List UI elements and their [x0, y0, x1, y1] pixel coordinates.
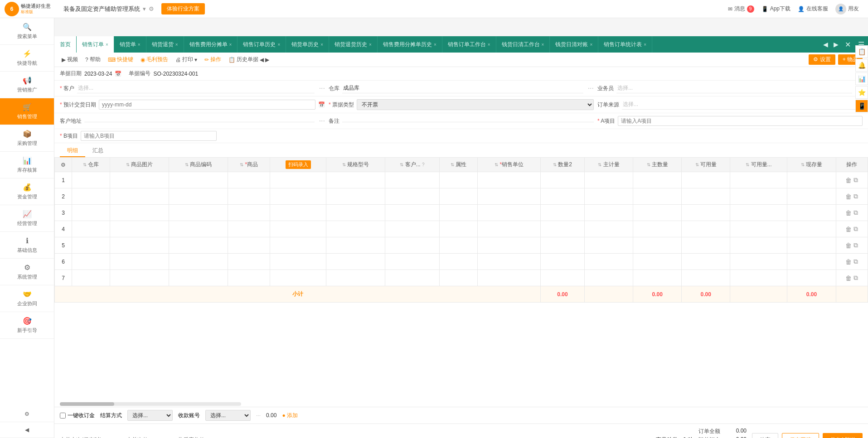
row-6-qty2[interactable] — [541, 254, 585, 270]
col-scan[interactable]: 扫码录入 — [270, 158, 326, 172]
row-7-unit[interactable] — [478, 270, 541, 286]
nav-tab-sales-history[interactable]: 销货单历史 × — [286, 36, 329, 53]
nav-tab-expense-history[interactable]: 销售费用分摊单历史 × — [378, 36, 442, 53]
settings-top-btn[interactable]: ⚙ 设置 — [809, 54, 835, 65]
row-4-code[interactable] — [169, 221, 228, 237]
row-4-qty2[interactable] — [541, 221, 585, 237]
row-7-code[interactable] — [169, 270, 228, 286]
a-project-input[interactable] — [618, 116, 863, 126]
sidebar-item-marketing[interactable]: 📢 营销推广 — [0, 72, 54, 98]
row-7-main-qty[interactable] — [633, 270, 682, 286]
payment-method-select[interactable]: 选择... — [127, 410, 173, 421]
row-5-copy-btn[interactable]: ⧉ — [853, 241, 858, 249]
sidebar-item-inventory[interactable]: 📊 库存核算 — [0, 152, 54, 178]
abandon-btn[interactable]: 放弃 — [752, 433, 778, 438]
sales-order-close-icon[interactable]: × — [106, 42, 108, 47]
row-4-copy-btn[interactable]: ⧉ — [853, 225, 858, 233]
nav-tab-return-history[interactable]: 销货退货历史 × — [329, 36, 378, 53]
account-select[interactable]: 选择... — [205, 410, 251, 421]
delivery-input[interactable] — [99, 100, 315, 110]
industry-btn[interactable]: 体验行业方案 — [161, 3, 205, 14]
print-btn[interactable]: 🖨 打印 ▾ — [174, 55, 199, 64]
row-1-goods[interactable] — [228, 172, 270, 188]
mini-icon-4[interactable]: ⭐ — [855, 86, 868, 99]
sidebar-item-operation[interactable]: 📈 经营管理 — [0, 205, 54, 232]
row-7-qty2[interactable] — [541, 270, 585, 286]
col-available2[interactable]: ⇅ 可用量... — [730, 158, 787, 172]
row-3-qty2[interactable] — [541, 205, 585, 221]
b-project-input[interactable] — [81, 131, 217, 141]
row-2-goods[interactable] — [228, 188, 270, 205]
sidebar-item-basic[interactable]: ℹ 基础信息 — [0, 232, 54, 259]
sidebar-item-purchase[interactable]: 📦 采购管理 — [0, 125, 54, 152]
row-1-code[interactable] — [169, 172, 228, 188]
row-4-warehouse[interactable] — [72, 221, 110, 237]
row-5-goods[interactable] — [228, 237, 270, 254]
nav-tab-order-history[interactable]: 销售订单历史 × — [238, 36, 286, 53]
col-img[interactable]: ⇅ 商品图片 — [110, 158, 169, 172]
scan-btn[interactable]: 扫码录入 — [286, 160, 311, 169]
col-warehouse[interactable]: ⇅ 仓库 — [72, 158, 110, 172]
col-attr[interactable]: ⇅ 属性 — [439, 158, 477, 172]
row-1-attr[interactable] — [439, 172, 477, 188]
row-3-main-qty[interactable] — [633, 205, 682, 221]
row-2-qty2[interactable] — [541, 188, 585, 205]
col-qty2[interactable]: ⇅ 数量2 — [541, 158, 585, 172]
calendar-icon[interactable]: 📅 — [115, 71, 121, 77]
row-7-attr[interactable] — [439, 270, 477, 286]
nav-tab-sales-order[interactable]: 销售订单 × — [77, 36, 114, 53]
remark-input[interactable] — [342, 120, 594, 122]
user-btn[interactable]: 👤 用友 — [835, 4, 859, 14]
row-6-delete-btn[interactable]: 🗑 — [845, 258, 852, 265]
delivery-calendar-icon[interactable]: 📅 — [318, 101, 325, 108]
row-4-main-qty[interactable] — [633, 221, 682, 237]
sidebar-item-system[interactable]: ⚙ 系统管理 — [0, 259, 54, 285]
row-5-warehouse[interactable] — [72, 237, 110, 254]
row-1-customer-code[interactable] — [385, 172, 439, 188]
settings-icon[interactable]: ⚙ — [149, 5, 154, 12]
col-customer-code[interactable]: ⇅ 客户... ? — [385, 158, 439, 172]
scroll-track[interactable] — [60, 402, 241, 406]
row-5-attr[interactable] — [439, 237, 477, 254]
col-unit[interactable]: ⇅ *销售单位 — [478, 158, 541, 172]
row-1-qty2[interactable] — [541, 172, 585, 188]
workbench-close-icon[interactable]: × — [488, 42, 490, 47]
row-7-spec[interactable] — [326, 270, 385, 286]
row-4-spec[interactable] — [326, 221, 385, 237]
row-1-copy-btn[interactable]: ⧉ — [853, 176, 858, 184]
sidebar-item-search[interactable]: 🔍 搜索菜单 — [0, 18, 54, 45]
row-2-warehouse[interactable] — [72, 188, 110, 205]
sales-close-icon[interactable]: × — [138, 42, 141, 47]
row-5-main-qty[interactable] — [633, 237, 682, 254]
row-5-code[interactable] — [169, 237, 228, 254]
mini-icon-1[interactable]: 📋 — [855, 45, 868, 58]
nav-tab-return[interactable]: 销货退货 × — [146, 36, 184, 53]
address-more-icon[interactable]: ··· — [319, 117, 325, 125]
col-stock[interactable]: ⇅ 现存量 — [787, 158, 836, 172]
one-click-order-checkbox[interactable] — [60, 413, 66, 419]
save-new-btn[interactable]: 保存&新增 — [823, 433, 863, 438]
col-available[interactable]: ⇅ 可用量 — [682, 158, 730, 172]
col-main-qty[interactable]: ⇅ 主数量 — [633, 158, 682, 172]
profit-btn[interactable]: ◉ 毛利预告 — [139, 55, 170, 64]
sidebar-item-collab[interactable]: 🤝 企业协同 — [0, 285, 54, 312]
save-draft-btn[interactable]: 保存草稿 — [782, 433, 819, 438]
col-code[interactable]: ⇅ 商品编码 — [169, 158, 228, 172]
row-2-customer-code[interactable] — [385, 188, 439, 205]
sales-history-close-icon[interactable]: × — [320, 42, 323, 47]
customer-more-icon[interactable]: ··· — [319, 84, 325, 92]
row-3-code[interactable] — [169, 205, 228, 221]
cash-workbench-close-icon[interactable]: × — [542, 42, 544, 47]
row-7-goods[interactable] — [228, 270, 270, 286]
row-2-copy-btn[interactable]: ⧉ — [853, 193, 858, 200]
row-3-spec[interactable] — [326, 205, 385, 221]
sidebar-item-finance[interactable]: 💰 资金管理 — [0, 178, 54, 205]
expense-history-close-icon[interactable]: × — [434, 42, 436, 47]
warehouse-more-icon[interactable]: ··· — [588, 84, 594, 92]
nav-next-btn[interactable]: ▶ — [831, 40, 841, 49]
scroll-thumb[interactable] — [60, 402, 114, 406]
col-goods[interactable]: ⇅ *商品 — [228, 158, 270, 172]
row-2-code[interactable] — [169, 188, 228, 205]
row-5-unit[interactable] — [478, 237, 541, 254]
dropdown-arrow-icon[interactable]: ▾ — [143, 5, 146, 12]
